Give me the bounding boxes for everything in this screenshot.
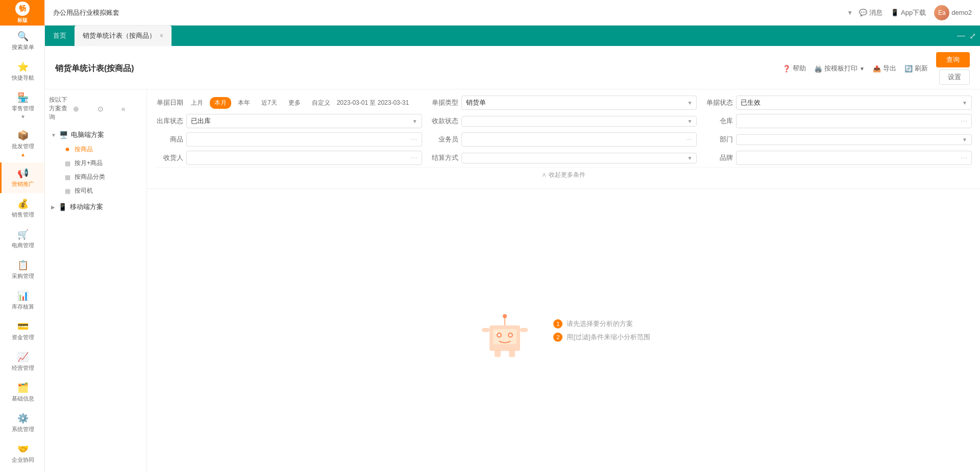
sidebar-item-ecommerce[interactable]: 🛒 电商管理 [0, 224, 44, 254]
panel-edit-btn[interactable]: ⊙ [97, 105, 118, 113]
tree-mobile-section[interactable]: ▶ 📱 移动端方案 [49, 200, 142, 214]
date-tag-custom[interactable]: 自定义 [307, 97, 335, 109]
template-print-action[interactable]: 🖨️ 按模板打印 ▼ [814, 64, 865, 73]
date-tag-this-year[interactable]: 本年 [233, 97, 255, 109]
sidebar-item-search[interactable]: 🔍 搜索菜单 [0, 26, 44, 56]
settings-button[interactable]: 设置 [939, 69, 970, 85]
sidebar-item-marketing[interactable]: 📢 营销推广 [0, 162, 44, 193]
topbar-actions: 💬 消息 📱 App下载 Ea demo2 [859, 5, 972, 20]
user-avatar: Ea [934, 5, 949, 20]
panel-add-btn[interactable]: ⊕ [73, 105, 94, 113]
doc-status-select[interactable]: 已生效 ▼ [736, 96, 972, 110]
sidebar-nav: 🔍 搜索菜单 ⭐ 快捷导航 🏪 零售管理 ▼ 📦 批发管理 ▲ 📢 营销推广 💰… [0, 26, 44, 472]
tab-current[interactable]: 销货单统计表（按商品） × [75, 26, 172, 46]
sidebar-item-wholesale[interactable]: 📦 批发管理 ▲ [0, 125, 44, 162]
tab-close-btn[interactable]: × [160, 32, 163, 39]
tabbar-maximize-icon[interactable]: ⤢ [969, 31, 976, 41]
desktop-label: 电脑端方案 [71, 130, 104, 139]
help-label: 帮助 [793, 64, 806, 73]
doc-type-select[interactable]: 销货单 ▼ [461, 96, 697, 110]
sidebar-item-search-label: 搜索菜单 [12, 43, 34, 51]
receiver-label: 收货人 [155, 153, 183, 162]
salesperson-cell: 业务员 ··· [430, 132, 697, 147]
main-area: 办公用品行业模拟账套 ▼ 💬 消息 📱 App下载 Ea demo2 首页 [45, 0, 980, 472]
date-tag-more[interactable]: 更多 [284, 97, 305, 109]
tab-current-label: 销货单统计表（按商品） [83, 31, 156, 40]
tabbar-minimize-icon[interactable]: — [957, 31, 965, 41]
brand-dots[interactable]: ··· [961, 153, 967, 162]
filter-row-3: 商品 ··· 业务员 ··· [155, 132, 972, 147]
user-action[interactable]: Ea demo2 [934, 5, 972, 20]
department-cell: 部门 ▼ [705, 134, 972, 145]
receiver-select[interactable]: ··· [186, 151, 422, 165]
settlement-label: 结算方式 [430, 153, 458, 162]
avatar-text: Ea [938, 9, 946, 16]
sidebar-item-quicknav-label: 快捷导航 [12, 74, 34, 82]
sidebar-item-operations-label: 经营管理 [12, 364, 34, 372]
page-header: 销货单统计表(按商品) ❓ 帮助 🖨️ 按模板打印 ▼ 📤 导出 [45, 46, 980, 89]
out-status-select[interactable]: 已出库 ▼ [186, 114, 422, 128]
salesperson-select[interactable]: ··· [461, 132, 697, 147]
tree-item-by-driver[interactable]: ▦ 按司机 [53, 184, 142, 198]
date-tag-this-month[interactable]: 本月 [210, 97, 231, 109]
sidebar-item-finance[interactable]: 💳 资金管理 [0, 316, 44, 346]
help-action[interactable]: ❓ 帮助 [782, 64, 806, 73]
sidebar-item-retail[interactable]: 🏪 零售管理 ▼ [0, 87, 44, 125]
tabbar-end: — ⤢ [957, 31, 980, 41]
tab-home[interactable]: 首页 [45, 26, 75, 46]
sidebar-item-ecommerce-label: 电商管理 [12, 242, 34, 249]
message-label: 消息 [869, 8, 883, 17]
settlement-select[interactable]: ▼ [461, 153, 697, 163]
warehouse-select[interactable]: ··· [736, 114, 972, 128]
system-icon: ⚙️ [17, 413, 29, 424]
department-select[interactable]: ▼ [736, 134, 972, 145]
salesperson-dots[interactable]: ··· [685, 135, 692, 144]
product-dots[interactable]: ··· [410, 135, 417, 144]
export-action[interactable]: 📤 导出 [873, 64, 896, 73]
sidebar-item-guide[interactable]: 🌟 新手引导 [0, 469, 44, 472]
panel-collapse-btn[interactable]: « [121, 105, 142, 113]
svg-rect-8 [482, 328, 489, 332]
industry-title: 办公用品行业模拟账套 [53, 8, 841, 17]
message-action[interactable]: 💬 消息 [859, 8, 883, 17]
sidebar-item-enterprise[interactable]: 🤝 企业协同 [0, 438, 44, 469]
tree-desktop-section[interactable]: ▼ 🖥️ 电脑端方案 [49, 128, 142, 142]
sidebar-item-quicknav[interactable]: ⭐ 快捷导航 [0, 56, 44, 87]
purchase-icon: 📋 [17, 259, 29, 271]
empty-step-1: 1 请先选择要分析的方案 [553, 319, 650, 328]
mobile-label: 移动端方案 [70, 202, 103, 211]
industry-dropdown[interactable]: ▼ [847, 9, 853, 16]
product-select[interactable]: ··· [186, 132, 422, 147]
receiver-dots[interactable]: ··· [410, 153, 417, 162]
pay-status-select[interactable]: ▼ [461, 116, 697, 127]
date-tag-last-month[interactable]: 上月 [186, 97, 208, 109]
brand-select[interactable]: ··· [736, 151, 972, 165]
filter-row-2: 出库状态 已出库 ▼ 收款状态 ▼ [155, 114, 972, 128]
sidebar-item-system-label: 系统管理 [12, 426, 34, 433]
tree-item-by-product[interactable]: ● 按商品 [53, 142, 142, 156]
collapse-bar[interactable]: ∧ 收起更多条件 [155, 167, 972, 182]
product-cell: 商品 ··· [155, 132, 422, 147]
tree-item-by-month-product[interactable]: ▦ 按月+商品 [53, 156, 142, 170]
sidebar-item-sales[interactable]: 💰 销售管理 [0, 193, 44, 224]
sidebar-item-system[interactable]: ⚙️ 系统管理 [0, 408, 44, 438]
download-action[interactable]: 📱 App下载 [891, 8, 926, 17]
date-range: 2023-03-01 至 2023-03-31 [337, 99, 409, 107]
brand-label: 品牌 [705, 153, 733, 162]
sidebar-item-operations[interactable]: 📈 经营管理 [0, 346, 44, 377]
refresh-action[interactable]: 🔄 刷新 [904, 64, 928, 73]
content-area: 销货单统计表(按商品) ❓ 帮助 🖨️ 按模板打印 ▼ 📤 导出 [45, 46, 980, 472]
tree-item-by-category[interactable]: ▦ 按商品分类 [53, 170, 142, 184]
brand-cell: 品牌 ··· [705, 151, 972, 165]
tab-home-label: 首页 [53, 31, 66, 40]
sidebar-item-inventory[interactable]: 📊 库存核算 [0, 285, 44, 316]
svg-point-5 [509, 334, 512, 337]
mobile-icon: 📱 [58, 203, 67, 211]
sidebar-item-purchase[interactable]: 📋 采购管理 [0, 254, 44, 285]
sidebar-item-basic[interactable]: 🗂️ 基础信息 [0, 377, 44, 408]
query-button[interactable]: 查询 [936, 52, 970, 67]
tabbar: 首页 销货单统计表（按商品） × — ⤢ [45, 26, 980, 46]
warehouse-dots[interactable]: ··· [961, 116, 967, 126]
date-tag-7days[interactable]: 近7天 [257, 97, 282, 109]
empty-state: 1 请先选择要分析的方案 2 用[过滤]条件来缩小分析范围 [147, 189, 980, 472]
